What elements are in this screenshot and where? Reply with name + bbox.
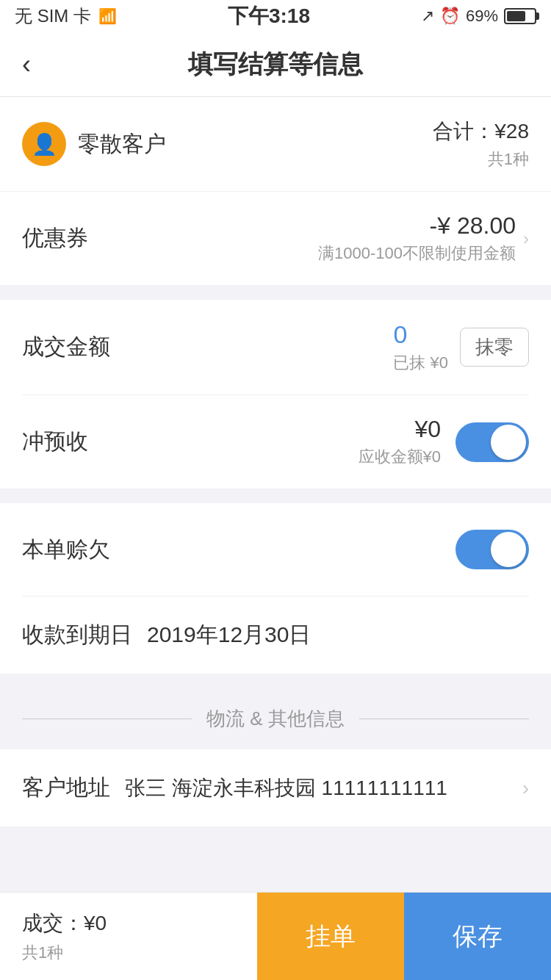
bottom-deal-value: ¥0 — [84, 912, 107, 934]
chevron-right-icon: › — [523, 228, 529, 249]
coupon-label: 优惠券 — [22, 223, 88, 253]
bottom-info: 成交：¥0 共1种 — [0, 909, 257, 964]
logistics-line-right — [359, 718, 529, 719]
precharge-label: 冲预收 — [22, 427, 88, 457]
bottom-count: 共1种 — [22, 942, 235, 964]
due-date-value: 2019年12月30日 — [147, 620, 311, 650]
precharge-row: 冲预收 ¥0 应收金额¥0 — [22, 395, 529, 489]
bottom-bar: 成交：¥0 共1种 挂单 保存 — [0, 892, 551, 980]
bottom-deal-label: 成交： — [22, 912, 84, 934]
page-title: 填写结算等信息 — [188, 48, 363, 82]
address-label: 客户地址 — [22, 773, 110, 803]
pending-button[interactable]: 挂单 — [257, 893, 404, 980]
precharge-sub: 应收金额¥0 — [359, 446, 441, 468]
status-left: 无 SIM 卡 📶 — [15, 4, 117, 28]
customer-name: 零散客户 — [78, 129, 166, 159]
coupon-discount: -¥ 28.00 — [318, 212, 516, 239]
battery-icon — [504, 8, 536, 24]
location-icon: ↗ — [421, 7, 434, 26]
back-button[interactable]: ‹ — [22, 49, 31, 80]
save-button[interactable]: 保存 — [404, 893, 551, 980]
debt-toggle[interactable] — [455, 530, 529, 569]
battery-percent: 69% — [466, 7, 498, 26]
deal-amount-row: 成交金额 0 已抹 ¥0 抹零 — [22, 300, 529, 395]
debt-label: 本单赊欠 — [22, 535, 110, 565]
round-button[interactable]: 抹零 — [460, 328, 529, 367]
customer-section: 👤 零散客户 合计：¥28 共1种 优惠券 -¥ 28.00 满1000-100… — [0, 97, 551, 285]
logistics-line-left — [22, 718, 192, 719]
wifi-icon: 📶 — [98, 7, 117, 25]
bottom-deal-amount: 成交：¥0 — [22, 909, 235, 937]
deal-amount-sub: 已抹 ¥0 — [393, 352, 448, 374]
coupon-row[interactable]: 优惠券 -¥ 28.00 满1000-100不限制使用金额 › — [0, 191, 551, 285]
due-date-row: 收款到期日 2019年12月30日 — [22, 597, 529, 674]
alarm-icon: ⏰ — [440, 7, 460, 26]
nav-bar: ‹ 填写结算等信息 — [0, 32, 551, 97]
section-divider — [0, 674, 551, 688]
logistics-header: 物流 & 其他信息 — [0, 688, 551, 749]
debt-row: 本单赊欠 — [22, 503, 529, 597]
address-row[interactable]: 客户地址 张三 海淀永丰科技园 11111111111 › — [22, 749, 529, 826]
address-chevron-icon: › — [522, 777, 529, 800]
bottom-buttons: 挂单 保存 — [257, 893, 551, 980]
status-right: ↗ ⏰ 69% — [421, 7, 536, 26]
status-bar: 无 SIM 卡 📶 下午3:18 ↗ ⏰ 69% — [0, 0, 551, 32]
address-value: 张三 海淀永丰科技园 11111111111 — [125, 774, 522, 802]
customer-row: 👤 零散客户 合计：¥28 共1种 — [0, 97, 551, 191]
due-date-label: 收款到期日 — [22, 620, 132, 650]
carrier-label: 无 SIM 卡 — [15, 4, 91, 28]
deal-amount-label: 成交金额 — [22, 332, 110, 362]
deal-section: 成交金额 0 已抹 ¥0 抹零 冲预收 ¥0 应收金额¥0 — [0, 300, 551, 489]
total-amount: 合计：¥28 — [433, 118, 529, 145]
coupon-description: 满1000-100不限制使用金额 — [318, 242, 516, 264]
precharge-amount: ¥0 — [359, 416, 441, 443]
debt-section: 本单赊欠 收款到期日 2019年12月30日 — [0, 503, 551, 674]
status-time: 下午3:18 — [228, 2, 310, 30]
deal-amount-value: 0 — [393, 320, 448, 349]
logistics-label: 物流 & 其他信息 — [192, 706, 359, 732]
toggle-knob — [491, 425, 526, 460]
total-count: 共1种 — [433, 148, 529, 170]
precharge-toggle[interactable] — [455, 422, 529, 462]
debt-toggle-knob — [491, 532, 526, 567]
avatar: 👤 — [22, 122, 66, 166]
address-section: 客户地址 张三 海淀永丰科技园 11111111111 › — [0, 749, 551, 826]
